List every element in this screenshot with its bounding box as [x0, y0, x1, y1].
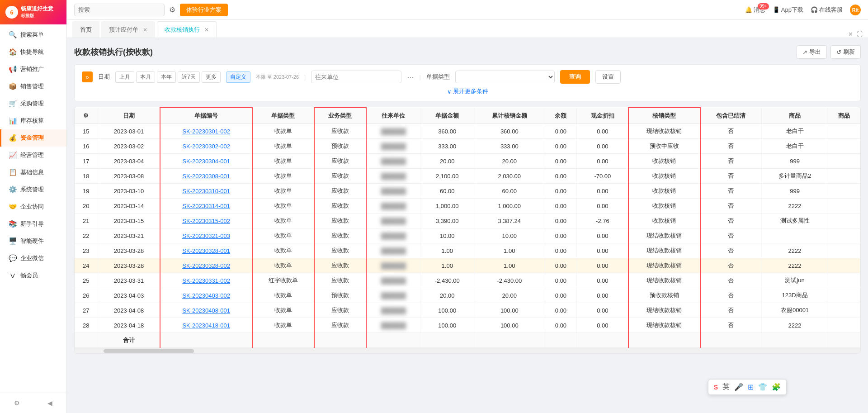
date-btn-上月[interactable]: 上月	[115, 71, 134, 83]
sidebar-item-marketing[interactable]: 📢营销推广	[0, 61, 66, 78]
sidebar-item-system[interactable]: ⚙️系统管理	[0, 181, 66, 198]
bill-no-link[interactable]: SK-20230308-001	[182, 173, 230, 180]
notification-bell[interactable]: 🔔 消息 99+	[745, 6, 765, 14]
tab-home[interactable]: 首页	[72, 21, 99, 38]
export-button[interactable]: ↗ 查询 导出	[797, 45, 827, 59]
finance-icon: 💰	[9, 134, 17, 142]
sidebar-item-member[interactable]: V畅会员	[0, 267, 66, 284]
filter-toggle-button[interactable]: »	[82, 71, 93, 82]
table-row: 182023-03-08SK-20230308-001收款单应收款██████2…	[75, 169, 860, 184]
scroll-thumb[interactable]	[104, 349, 194, 353]
topbar-right: 🔔 消息 99+ 📱 App下载 🎧 在线客服 Rit	[745, 5, 861, 15]
tab-payable[interactable]: 预计应付单✕	[101, 21, 155, 38]
sidebar-bottom: ⚙ ◀	[0, 393, 66, 413]
sidebar-item-wechat[interactable]: 💬企业微信	[0, 250, 66, 267]
date-btn-更多[interactable]: 更多	[202, 71, 221, 83]
col-header-9: 现金折扣	[577, 108, 629, 124]
page-header: 收款核销执行(按收款) ↗ 查询 导出 ↺ 刷新	[74, 45, 861, 59]
partner-input[interactable]	[311, 71, 401, 83]
tab-receipt-cancel[interactable]: 收款核销执行✕	[157, 21, 217, 38]
ime-puzzle-icon[interactable]: 🧩	[772, 383, 781, 391]
sidebar-item-search[interactable]: 🔍搜索菜单	[0, 26, 66, 43]
data-table: ⚙日期单据编号单据类型业务类型往来单位单据金额累计核销金额余额现金折扣核销类型包…	[75, 107, 860, 348]
date-btn-近7天[interactable]: 近7天	[178, 71, 200, 83]
ime-mic-icon[interactable]: 🎤	[734, 383, 743, 391]
online-service-link[interactable]: 🎧 在线客服	[811, 6, 843, 14]
expand-more-button[interactable]: ∨ 展开更多条件	[447, 87, 488, 95]
search-input[interactable]	[74, 4, 165, 16]
table-row: 272023-04-08SK-20230408-001收款单应收款██████1…	[75, 303, 860, 318]
bill-no-link[interactable]: SK-20230408-001	[182, 307, 230, 314]
sidebar-item-purchase[interactable]: 🛒采购管理	[0, 95, 66, 112]
settings-col-icon[interactable]: ⚙	[83, 112, 89, 119]
table-row: 192023-03-10SK-20230310-001收款单应收款██████6…	[75, 184, 860, 199]
ime-shirt-icon[interactable]: 👕	[758, 383, 767, 391]
table-scroll[interactable]: ⚙日期单据编号单据类型业务类型往来单位单据金额累计核销金额余额现金折扣核销类型包…	[75, 107, 860, 348]
settings-icon[interactable]: ⚙	[9, 397, 24, 409]
filter-row: » 日期 上月本月本年近7天更多 自定义 不限 至 2023-07-26 | ·…	[82, 70, 853, 84]
tab-close-payable[interactable]: ✕	[143, 27, 147, 33]
custom-date-button[interactable]: 自定义	[226, 71, 250, 83]
col-header-12: 商品	[762, 108, 828, 124]
col-header-1: 日期	[98, 108, 160, 124]
date-btn-本年[interactable]: 本年	[157, 71, 176, 83]
date-btn-本月[interactable]: 本月	[136, 71, 155, 83]
industry-solution-button[interactable]: 体验行业方案	[180, 4, 228, 16]
bill-no-link[interactable]: SK-20230328-002	[182, 262, 230, 269]
table-row: 212023-03-15SK-20230315-002收款单应收款██████3…	[75, 214, 860, 228]
basic-icon: 📋	[9, 168, 17, 176]
bill-no-link[interactable]: SK-20230301-002	[182, 128, 230, 135]
member-icon: V	[9, 272, 17, 280]
refresh-button[interactable]: ↺ 刷新	[830, 45, 861, 59]
ime-grid-icon[interactable]: ⊞	[748, 383, 754, 391]
hardware-icon: 🖥️	[9, 237, 17, 245]
bill-no-link[interactable]: SK-20230331-002	[182, 277, 230, 284]
sidebar-item-hardware[interactable]: 🖥️智能硬件	[0, 233, 66, 250]
sidebar-item-basic[interactable]: 📋基础信息	[0, 164, 66, 181]
sidebar-item-stock[interactable]: 📊库存核算	[0, 112, 66, 129]
bill-no-link[interactable]: SK-20230418-001	[182, 322, 230, 329]
date-range-display: 不限 至 2023-07-26	[256, 74, 299, 81]
bill-no-link[interactable]: SK-20230328-001	[182, 247, 230, 254]
wechat-icon: 💬	[9, 254, 17, 262]
ime-lang-toggle[interactable]: 英	[722, 382, 730, 392]
main-area: ⚙ 体验行业方案 🔔 消息 99+ 📱 App下载 🎧 在线客服 Rit 首页预…	[67, 0, 868, 413]
collapse-icon[interactable]: ◀	[43, 397, 57, 409]
query-button[interactable]: 查询	[560, 70, 590, 84]
col-header-11: 包含已结清	[700, 108, 762, 124]
avatar[interactable]: Rit	[850, 5, 861, 15]
col-header-13: 商品	[828, 108, 860, 124]
stock-icon: 📊	[9, 117, 17, 125]
table-row: 232023-03-28SK-20230328-001收款单应收款██████1…	[75, 243, 860, 258]
sidebar-item-sales[interactable]: 📦销售管理	[0, 78, 66, 95]
sidebar-item-quick[interactable]: 🏠快捷导航	[0, 43, 66, 61]
tab-close-receipt-cancel[interactable]: ✕	[204, 27, 209, 33]
bill-no-link[interactable]: SK-20230310-001	[182, 188, 230, 195]
sidebar-item-business[interactable]: 📈经营管理	[0, 147, 66, 164]
logo-icon: 6	[5, 6, 18, 19]
table-row: 172023-03-04SK-20230304-001收款单应收款██████2…	[75, 154, 860, 169]
bill-no-link[interactable]: SK-20230403-002	[182, 292, 230, 299]
bill-no-link[interactable]: SK-20230321-003	[182, 233, 230, 239]
voucher-type-select[interactable]: 收款单 红字收款单	[455, 71, 555, 83]
close-all-icon[interactable]: ✕	[848, 31, 853, 38]
more-dots[interactable]: ···	[407, 72, 414, 82]
gear-icon[interactable]: ⚙	[169, 5, 175, 14]
fullscreen-icon[interactable]: ⛶	[857, 31, 863, 38]
col-header-4: 业务类型	[314, 108, 366, 124]
sidebar-item-guide[interactable]: 📚新手引导	[0, 215, 66, 233]
bill-no-link[interactable]: SK-20230302-002	[182, 143, 230, 150]
app-download-link[interactable]: 📱 App下载	[773, 6, 803, 14]
sidebar-item-finance[interactable]: 💰资金管理	[0, 129, 66, 147]
bill-no-link[interactable]: SK-20230304-001	[182, 158, 230, 165]
bill-no-link[interactable]: SK-20230314-001	[182, 203, 230, 209]
ime-logo: S	[714, 384, 718, 391]
settings-button[interactable]: 设置	[595, 70, 621, 84]
bell-icon: 🔔	[745, 6, 752, 13]
logo-sub: 标推版	[21, 13, 53, 19]
tabbar-actions: ✕⛶	[848, 31, 863, 38]
sidebar-item-corp[interactable]: 🤝企业协同	[0, 198, 66, 215]
horizontal-scrollbar[interactable]	[75, 348, 860, 353]
sidebar-menu: 🔍搜索菜单🏠快捷导航📢营销推广📦销售管理🛒采购管理📊库存核算💰资金管理📈经营管理…	[0, 24, 66, 393]
bill-no-link[interactable]: SK-20230315-002	[182, 218, 230, 224]
